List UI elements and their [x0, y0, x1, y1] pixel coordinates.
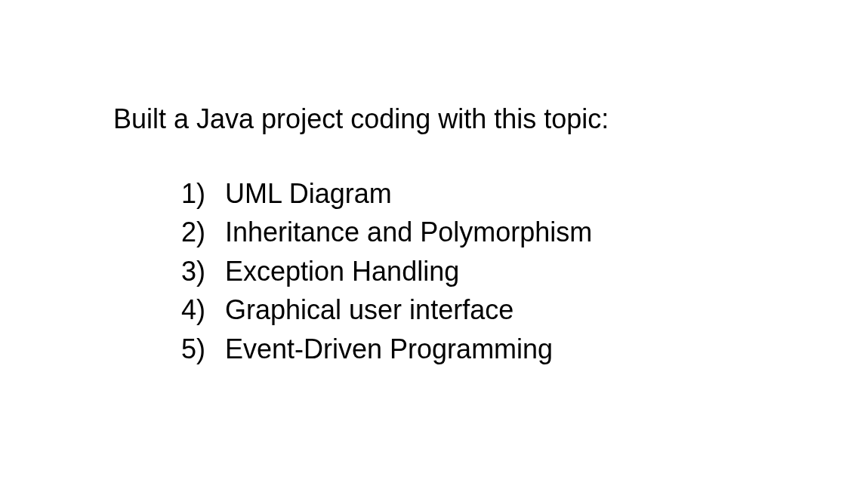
list-text: Graphical user interface [205, 291, 513, 329]
list-item: 3) Exception Handling [159, 253, 592, 290]
list-number: 3) [159, 253, 205, 290]
list-number: 5) [159, 330, 205, 368]
list-text: UML Diagram [205, 175, 392, 213]
list-number: 1) [159, 175, 205, 213]
list-item: 1) UML Diagram [159, 175, 592, 213]
list-item: 5) Event-Driven Programming [159, 330, 592, 368]
document-heading: Built a Java project coding with this to… [113, 103, 609, 135]
list-text: Inheritance and Polymorphism [205, 214, 592, 251]
list-text: Exception Handling [205, 253, 459, 290]
list-item: 2) Inheritance and Polymorphism [159, 214, 592, 251]
topic-list: 1) UML Diagram 2) Inheritance and Polymo… [159, 175, 592, 369]
list-text: Event-Driven Programming [205, 330, 553, 368]
list-number: 4) [159, 291, 205, 329]
list-item: 4) Graphical user interface [159, 291, 592, 329]
list-number: 2) [159, 214, 205, 251]
